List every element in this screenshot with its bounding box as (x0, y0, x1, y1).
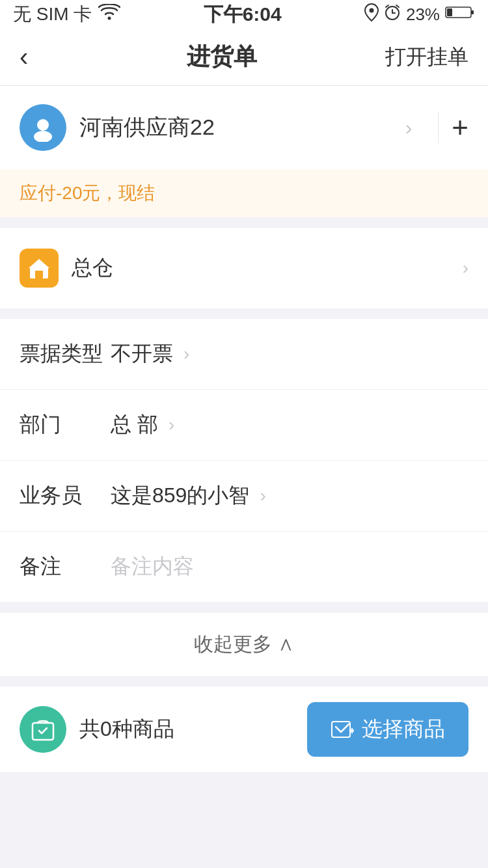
salesperson-chevron-icon: › (260, 485, 265, 506)
salesperson-row[interactable]: 业务员 这是859的小智 › (0, 461, 488, 532)
wifi-icon (98, 4, 120, 25)
supplier-name: 河南供应商22 (79, 113, 405, 142)
svg-point-0 (108, 16, 111, 20)
warehouse-chevron-icon: › (463, 258, 468, 278)
salesperson-label: 业务员 (20, 481, 111, 510)
svg-point-6 (37, 119, 49, 131)
salesperson-value: 这是859的小智 (111, 481, 249, 510)
select-product-button[interactable]: 选择商品 (307, 702, 468, 757)
remark-label: 备注 (20, 552, 111, 581)
open-pending-button[interactable]: 打开挂单 (385, 43, 468, 72)
svg-rect-10 (35, 271, 43, 278)
vertical-divider (438, 111, 439, 144)
notice-banner: 应付-20元，现结 (0, 169, 488, 217)
status-bar: 无 SIM 卡 下午6:04 23 (0, 0, 488, 29)
carrier-text: 无 SIM 卡 (13, 2, 92, 27)
bottom-bar: 共0种商品 选择商品 (0, 686, 488, 772)
battery-percent: 23% (406, 5, 440, 25)
alarm-icon (384, 4, 401, 25)
product-count-label: 共0种商品 (79, 715, 307, 744)
department-value: 总 部 (111, 411, 158, 439)
gray-fill-area (0, 772, 488, 868)
svg-rect-5 (447, 8, 452, 16)
notice-text: 应付-20元，现结 (20, 183, 155, 203)
remark-placeholder: 备注内容 (111, 552, 468, 581)
department-row[interactable]: 部门 总 部 › (0, 390, 488, 461)
collapse-label: 收起更多 ∧ (194, 633, 293, 655)
supplier-row[interactable]: 河南供应商22 › + (0, 86, 488, 169)
department-label: 部门 (20, 411, 111, 439)
nav-bar: ‹ 进货单 打开挂单 (0, 29, 488, 86)
status-left: 无 SIM 卡 (13, 2, 120, 27)
supplier-section: 河南供应商22 › + (0, 86, 488, 169)
page-title: 进货单 (187, 41, 257, 73)
invoice-chevron-icon: › (183, 344, 189, 364)
svg-point-7 (34, 131, 52, 142)
warehouse-label: 总仓 (72, 254, 463, 282)
content-area: 河南供应商22 › + 应付-20元，现结 总仓 › 票据类型 不开票 (0, 86, 488, 868)
invoice-type-value: 不开票 (111, 340, 173, 368)
svg-point-1 (369, 8, 373, 12)
warehouse-section: 总仓 › (0, 228, 488, 308)
form-fields-section: 票据类型 不开票 › 部门 总 部 › 业务员 这是859的小智 › 备注 备注… (0, 319, 488, 602)
invoice-type-label: 票据类型 (20, 340, 111, 368)
back-button[interactable]: ‹ (20, 42, 59, 72)
supplier-chevron-icon: › (405, 116, 413, 140)
invoice-type-row[interactable]: 票据类型 不开票 › (0, 319, 488, 390)
battery-icon (445, 5, 475, 25)
status-time: 下午6:04 (204, 1, 282, 28)
warehouse-row[interactable]: 总仓 › (0, 228, 488, 308)
add-supplier-button[interactable]: + (452, 111, 468, 144)
remark-row[interactable]: 备注 备注内容 (0, 532, 488, 602)
svg-rect-4 (471, 10, 474, 14)
status-right: 23% (364, 3, 475, 26)
location-icon (364, 3, 379, 26)
supplier-avatar (20, 104, 66, 151)
select-product-label: 选择商品 (362, 715, 445, 744)
warehouse-icon (20, 249, 59, 288)
department-chevron-icon: › (169, 414, 174, 435)
product-icon (20, 706, 66, 753)
svg-marker-9 (29, 259, 49, 268)
collapse-row[interactable]: 收起更多 ∧ (0, 612, 488, 676)
svg-rect-12 (332, 722, 350, 737)
